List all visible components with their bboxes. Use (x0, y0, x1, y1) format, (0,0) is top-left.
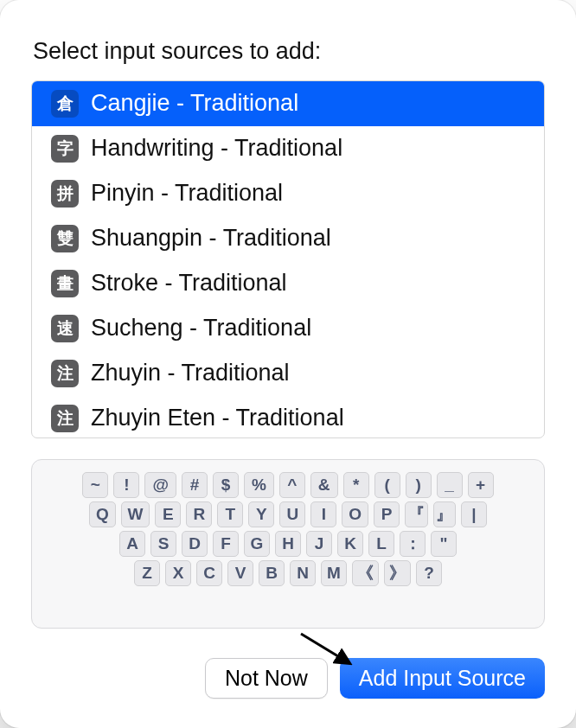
add-input-source-button[interactable]: Add Input Source (340, 658, 545, 699)
keyboard-key: G (244, 531, 270, 557)
keyboard-preview: ~!@#$%^&*()_+QWERTYUIOP『』|ASDFGHJKL："ZXC… (31, 459, 545, 629)
prompt-label: Select input sources to add: (33, 38, 543, 65)
keyboard-key: @ (144, 472, 176, 498)
keyboard-key: F (213, 531, 239, 557)
keyboard-key: ! (113, 472, 139, 498)
input-source-row[interactable]: 字Handwriting - Traditional (32, 126, 544, 171)
keyboard-key: E (155, 501, 181, 527)
keyboard-key: % (244, 472, 274, 498)
keyboard-key: & (310, 472, 338, 498)
keyboard-key: K (337, 531, 363, 557)
keyboard-key: Q (89, 501, 116, 527)
keyboard-key: N (290, 560, 316, 586)
keyboard-key: R (186, 501, 212, 527)
keyboard-key: A (119, 531, 145, 557)
not-now-button[interactable]: Not Now (205, 658, 328, 699)
keyboard-key: 《 (352, 560, 379, 586)
keyboard-key: Y (248, 501, 274, 527)
keyboard-key: I (310, 501, 336, 527)
keyboard-key: X (165, 560, 191, 586)
keyboard-key-blank (492, 501, 535, 527)
keyboard-key-blank (326, 590, 393, 616)
keyboard-key-blank (40, 531, 114, 557)
keyboard-key: _ (437, 472, 463, 498)
keyboard-key: ( (374, 472, 400, 498)
input-source-row[interactable]: 速Sucheng - Traditional (32, 306, 544, 351)
keyboard-key: Z (134, 560, 160, 586)
input-source-icon: 拼 (51, 180, 79, 208)
input-source-label: Zhuyin - Traditional (91, 361, 525, 386)
keyboard-key: S (150, 531, 176, 557)
keyboard-key: D (182, 531, 208, 557)
keyboard-key: C (196, 560, 222, 586)
keyboard-key: U (279, 501, 305, 527)
keyboard-key: ) (406, 472, 432, 498)
keyboard-key: # (182, 472, 208, 498)
keyboard-key: ^ (279, 472, 305, 498)
keyboard-key: 』 (433, 501, 456, 527)
keyboard-key: L (368, 531, 394, 557)
input-source-label: Sucheng - Traditional (91, 316, 525, 342)
input-source-row[interactable]: 注Zhuyin Eten - Traditional (32, 396, 544, 438)
input-source-row[interactable]: 倉Cangjie - Traditional (32, 81, 544, 126)
input-source-icon: 倉 (51, 90, 79, 118)
input-source-label: Cangjie - Traditional (91, 91, 525, 117)
keyboard-key-blank (447, 560, 535, 586)
keyboard-key-blank (255, 590, 322, 616)
keyboard-key-blank (112, 590, 179, 616)
keyboard-key: B (259, 560, 285, 586)
input-source-icon: 字 (51, 135, 79, 163)
keyboard-key: W (121, 501, 150, 527)
input-source-list[interactable]: 倉Cangjie - Traditional字Handwriting - Tra… (31, 80, 545, 438)
keyboard-key-blank (183, 590, 250, 616)
input-source-icon: 注 (51, 405, 79, 432)
input-source-label: Zhuyin Eten - Traditional (91, 406, 525, 431)
keyboard-key-blank (41, 501, 84, 527)
keyboard-key: " (431, 531, 457, 557)
keyboard-key-blank (398, 590, 464, 616)
input-source-label: Handwriting - Traditional (91, 136, 525, 162)
input-source-row[interactable]: 拼Pinyin - Traditional (32, 171, 544, 216)
keyboard-key: P (374, 501, 400, 527)
input-source-icon: 速 (51, 315, 79, 342)
keyboard-key-blank (469, 590, 535, 616)
keyboard-key: | (461, 501, 487, 527)
input-source-label: Shuangpin - Traditional (91, 226, 525, 252)
input-source-label: Pinyin - Traditional (91, 181, 525, 207)
keyboard-key-blank (41, 560, 129, 586)
keyboard-key-blank (462, 531, 536, 557)
input-source-row[interactable]: 畫Stroke - Traditional (32, 261, 544, 306)
keyboard-key: T (217, 501, 243, 527)
keyboard-key: ： (400, 531, 426, 557)
input-source-icon: 注 (51, 360, 79, 387)
keyboard-key: H (275, 531, 301, 557)
keyboard-key: V (227, 560, 253, 586)
keyboard-key: O (342, 501, 368, 527)
input-source-label: Stroke - Traditional (91, 271, 525, 297)
keyboard-key: M (321, 560, 347, 586)
keyboard-key: + (468, 472, 494, 498)
keyboard-key: ~ (82, 472, 108, 498)
keyboard-key: $ (213, 472, 239, 498)
dialog-actions: Not Now Add Input Source (31, 658, 545, 699)
keyboard-key: J (306, 531, 332, 557)
keyboard-key: ? (416, 560, 442, 586)
input-source-icon: 畫 (51, 270, 79, 297)
keyboard-key: 》 (384, 560, 411, 586)
input-source-icon: 雙 (51, 225, 79, 252)
keyboard-key: * (343, 472, 369, 498)
input-source-row[interactable]: 雙Shuangpin - Traditional (32, 216, 544, 261)
keyboard-key-blank (41, 590, 107, 616)
keyboard-key: 『 (405, 501, 427, 527)
input-source-row[interactable]: 注Zhuyin - Traditional (32, 351, 544, 396)
